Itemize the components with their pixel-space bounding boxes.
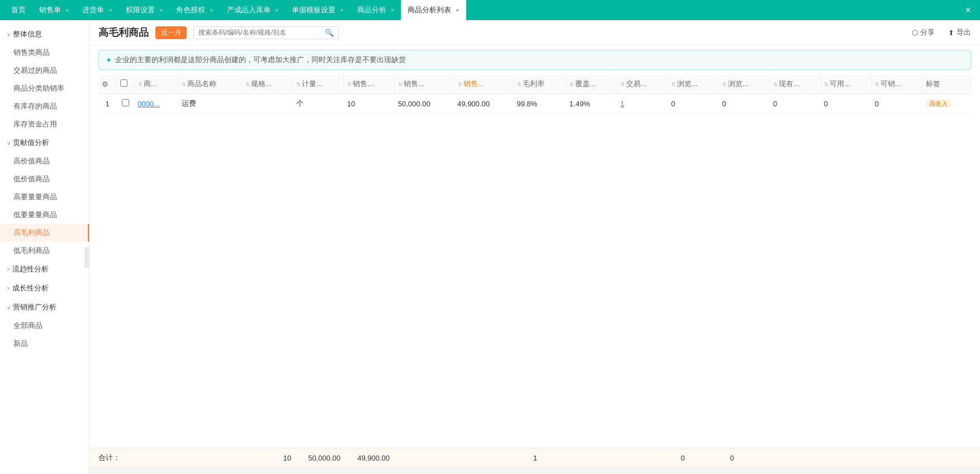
nav-item-home[interactable]: 首页	[4, 0, 32, 20]
export-button[interactable]: ⬆ 导出	[948, 27, 971, 37]
col-current[interactable]: ⇅现有...	[770, 74, 821, 94]
content-area: 高毛利商品 近一月 🔍 ⬡ 分享 ⬆ 导出 ✦ 企业的主要的利润都是这部分商品创…	[89, 20, 980, 474]
footer-sales1: 10	[250, 454, 295, 462]
sidebar-item-all-goods[interactable]: 全部商品	[0, 317, 89, 335]
col-name[interactable]: ⇅商品名称	[178, 74, 242, 94]
top-nav: 首页 销售单 × 进货单 × 权限设置 × 角色授权 × 产成品入库单 × 单据…	[0, 0, 980, 20]
select-all-checkbox[interactable]	[120, 79, 127, 87]
col-coverage[interactable]: ⇅覆盖...	[566, 74, 617, 94]
close-role-icon[interactable]: ×	[210, 7, 213, 13]
col-tag[interactable]: 标签	[922, 74, 971, 94]
nav-item-auth[interactable]: 权限设置 ×	[119, 0, 169, 20]
table-wrapper[interactable]: ⚙ ⇅商... ⇅商品名称 ⇅规格... ⇅计量... ⇅销售... ⇅销售..…	[89, 74, 980, 448]
sidebar-group-growth[interactable]: > 成长性分析	[0, 279, 89, 298]
export-icon: ⬆	[948, 29, 954, 37]
main-layout: 《 ∨ 整体信息 销售类商品 交易过的商品 商品分类助销率 有库存的商品 库存资…	[0, 20, 980, 474]
row-current: 0	[770, 94, 821, 114]
close-analysis-list-icon[interactable]: ×	[456, 7, 459, 13]
col-gross-rate[interactable]: ⇅毛利率	[513, 74, 566, 94]
sidebar-item-high-margin[interactable]: 高毛利商品	[0, 224, 89, 242]
sidebar-item-low-margin[interactable]: 低毛利商品	[0, 242, 89, 260]
arrow-overall-icon: ∨	[7, 31, 11, 37]
arrow-contribution-icon: ∨	[7, 140, 11, 146]
arrow-growth-icon: >	[7, 285, 10, 292]
footer-sales3: 49,900.00	[348, 454, 393, 462]
sidebar-item-category-rate[interactable]: 商品分类助销率	[0, 79, 89, 97]
sidebar-item-in-stock[interactable]: 有库存的商品	[0, 97, 89, 115]
col-sales2[interactable]: ⇅销售...	[395, 74, 454, 94]
row-select-checkbox[interactable]	[122, 99, 129, 106]
sidebar-collapse-button[interactable]: 《	[84, 247, 89, 267]
col-trade[interactable]: ⇅交易...	[617, 74, 668, 94]
col-available[interactable]: ⇅可用...	[821, 74, 872, 94]
sidebar-item-new-goods[interactable]: 新品	[0, 335, 89, 353]
search-box: 🔍	[193, 26, 339, 39]
horizontal-scrollbar[interactable]	[89, 467, 980, 474]
row-checkbox[interactable]	[116, 94, 134, 114]
sidebar-group-overall[interactable]: ∨ 整体信息	[0, 25, 89, 44]
row-code[interactable]: 0000...	[134, 94, 178, 114]
arrow-marketing-icon: ∨	[7, 304, 11, 311]
col-sales3[interactable]: ⇅销售...	[454, 74, 513, 94]
footer-label: 合计：	[98, 453, 120, 463]
sidebar-item-sales-goods[interactable]: 销售类商品	[0, 44, 89, 62]
nav-item-purchase[interactable]: 进货单 ×	[75, 0, 119, 20]
search-input[interactable]	[198, 29, 323, 36]
row-tag: 高收入	[922, 94, 971, 114]
sidebar-item-low-demand-qty[interactable]: 低要量量商品	[0, 206, 89, 224]
search-icon: 🔍	[325, 29, 334, 37]
close-template-icon[interactable]: ×	[340, 7, 343, 13]
sidebar-group-flow[interactable]: > 流趋性分析	[0, 260, 89, 279]
nav-item-product-inbound[interactable]: 产成品入库单 ×	[220, 0, 285, 20]
arrow-flow-icon: >	[7, 266, 10, 273]
sidebar-item-low-value[interactable]: 低价值商品	[0, 170, 89, 188]
col-settings[interactable]: ⚙	[98, 74, 116, 94]
col-unit[interactable]: ⇅计量...	[293, 74, 344, 94]
col-code[interactable]: ⇅商...	[134, 74, 178, 94]
info-icon: ✦	[106, 56, 112, 64]
row-sales1: 10	[344, 94, 395, 114]
row-coverage: 1.49%	[566, 94, 617, 114]
col-browse2[interactable]: ⇅浏览...	[719, 74, 770, 94]
close-product-inbound-icon[interactable]: ×	[275, 7, 278, 13]
nav-item-sales[interactable]: 销售单 ×	[32, 0, 75, 20]
nav-item-template[interactable]: 单据模板设置 ×	[285, 0, 350, 20]
row-unit: 个	[293, 94, 344, 114]
share-button[interactable]: ⬡ 分享	[912, 27, 935, 37]
page-title: 高毛利商品	[98, 26, 149, 39]
row-browse1: 0	[668, 94, 719, 114]
sidebar-item-traded-goods[interactable]: 交易过的商品	[0, 62, 89, 79]
data-table: ⚙ ⇅商... ⇅商品名称 ⇅规格... ⇅计量... ⇅销售... ⇅销售..…	[98, 74, 971, 114]
col-browse1[interactable]: ⇅浏览...	[668, 74, 719, 94]
row-name: 运费	[178, 94, 242, 114]
sidebar-item-high-demand-qty[interactable]: 高要量量商品	[0, 188, 89, 206]
footer-total-bar: 合计： 10 50,000.00 49,900.00 1 0 0	[89, 448, 980, 467]
col-sales1[interactable]: ⇅销售...	[344, 74, 395, 94]
nav-item-analysis-list[interactable]: 商品分析列表 ×	[401, 0, 466, 20]
close-analysis-icon[interactable]: ×	[391, 7, 394, 13]
close-sales-icon[interactable]: ×	[65, 7, 69, 13]
close-all-button[interactable]: ×	[960, 4, 976, 16]
settings-icon[interactable]: ⚙	[102, 80, 108, 88]
col-spec[interactable]: ⇅规格...	[242, 74, 293, 94]
sidebar-item-high-value[interactable]: 高价值商品	[0, 152, 89, 170]
nav-item-role[interactable]: 角色授权 ×	[169, 0, 220, 20]
row-sellable: 0	[872, 94, 922, 114]
sidebar-group-marketing[interactable]: ∨ 营销推广分析	[0, 298, 89, 317]
nav-item-analysis[interactable]: 商品分析 ×	[351, 0, 401, 20]
filter-recent-month-button[interactable]: 近一月	[155, 26, 187, 39]
row-available: 0	[821, 94, 872, 114]
close-auth-icon[interactable]: ×	[159, 7, 163, 13]
content-header: 高毛利商品 近一月 🔍 ⬡ 分享 ⬆ 导出	[89, 20, 980, 45]
row-sales2: 50,000.00	[395, 94, 454, 114]
sidebar: 《 ∨ 整体信息 销售类商品 交易过的商品 商品分类助销率 有库存的商品 库存资…	[0, 20, 89, 474]
sidebar-item-stock-capital[interactable]: 库存资金占用	[0, 115, 89, 133]
table-row: 1 0000... 运费 个 10 50,000.00 49,900.00 99…	[98, 94, 971, 114]
col-checkbox[interactable]	[116, 74, 134, 94]
close-purchase-icon[interactable]: ×	[108, 7, 112, 13]
row-trade: 1	[617, 94, 668, 114]
row-sales3: 49,900.00	[454, 94, 513, 114]
col-sellable[interactable]: ⇅可销...	[872, 74, 922, 94]
sidebar-group-contribution[interactable]: ∨ 贡献值分析	[0, 133, 89, 152]
row-seq: 1	[98, 94, 116, 114]
